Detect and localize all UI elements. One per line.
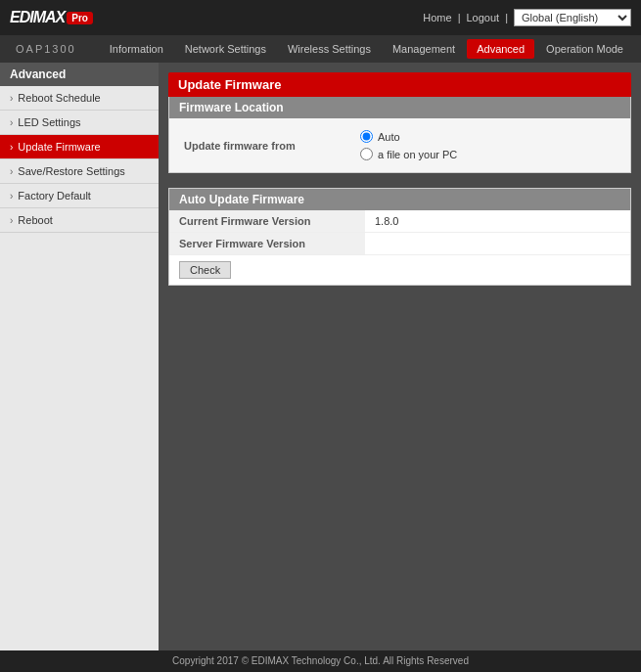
firmware-from-label: Update firmware from <box>184 140 341 152</box>
header-right: Home | Logout | Global (English) <box>423 9 631 26</box>
firmware-location-row: Update firmware from Auto a file on your… <box>184 130 616 160</box>
sidebar-label: Save/Restore Settings <box>18 165 124 177</box>
firmware-location-panel-body: Update firmware from Auto a file on your… <box>169 118 630 172</box>
page-wrapper: EDIMAX Pro Home | Logout | Global (Engli… <box>0 0 641 672</box>
logout-link[interactable]: Logout <box>466 12 499 23</box>
sidebar-item-reboot-schedule[interactable]: › Reboot Schedule <box>0 86 159 111</box>
current-version-label: Current Firmware Version <box>169 210 365 233</box>
radio-pc[interactable] <box>360 148 373 160</box>
table-row: Server Firmware Version <box>169 233 630 255</box>
page-title: Update Firmware <box>168 72 631 97</box>
auto-update-panel-header: Auto Update Firmware <box>169 189 630 210</box>
nav-information[interactable]: Information <box>100 39 173 59</box>
nav-operation-mode[interactable]: Operation Mode <box>536 39 633 59</box>
server-version-label: Server Firmware Version <box>169 233 365 255</box>
main-container: Advanced › Reboot Schedule › LED Setting… <box>0 63 641 650</box>
radio-auto-option[interactable]: Auto <box>360 130 457 143</box>
logo: EDIMAX Pro <box>10 9 93 26</box>
firmware-location-panel-header: Firmware Location <box>169 97 630 118</box>
firmware-location-section: Firmware Location Update firmware from A… <box>168 97 631 173</box>
auto-update-section: Auto Update Firmware Current Firmware Ve… <box>168 188 631 286</box>
radio-pc-label: a file on your PC <box>378 149 457 160</box>
sidebar-item-reboot[interactable]: › Reboot <box>0 208 159 233</box>
arrow-icon: › <box>10 93 13 104</box>
table-row: Current Firmware Version 1.8.0 <box>169 210 630 233</box>
sidebar-item-update-firmware[interactable]: › Update Firmware <box>0 135 159 159</box>
device-name: OAP1300 <box>16 43 76 55</box>
logo-text: EDIMAX <box>10 9 65 26</box>
sidebar-label: Reboot <box>18 214 52 226</box>
sidebar-item-led-settings[interactable]: › LED Settings <box>0 111 159 135</box>
check-button-row: Check <box>169 255 630 285</box>
arrow-icon: › <box>10 117 13 128</box>
language-select[interactable]: Global (English) <box>514 9 631 26</box>
nav-management[interactable]: Management <box>383 39 465 59</box>
current-version-value: 1.8.0 <box>365 210 630 233</box>
sidebar-label: LED Settings <box>18 116 80 128</box>
sidebar-item-save-restore[interactable]: › Save/Restore Settings <box>0 159 159 184</box>
nav-bar: OAP1300 Information Network Settings Wir… <box>0 35 641 63</box>
radio-pc-option[interactable]: a file on your PC <box>360 148 457 160</box>
nav-advanced[interactable]: Advanced <box>467 39 534 59</box>
nav-network-settings[interactable]: Network Settings <box>175 39 276 59</box>
logo-badge: Pro <box>67 12 93 24</box>
sidebar-label: Update Firmware <box>18 141 100 153</box>
check-button[interactable]: Check <box>179 261 231 279</box>
firmware-info-table: Current Firmware Version 1.8.0 Server Fi… <box>169 210 630 255</box>
arrow-icon: › <box>10 191 13 202</box>
sidebar-label: Reboot Schedule <box>18 92 100 104</box>
nav-wireless-settings[interactable]: Wireless Settings <box>278 39 381 59</box>
header: EDIMAX Pro Home | Logout | Global (Engli… <box>0 0 641 35</box>
server-version-value <box>365 233 630 255</box>
sidebar-title: Advanced <box>0 63 159 86</box>
arrow-icon: › <box>10 142 13 153</box>
footer-text: Copyright 2017 © EDIMAX Technology Co., … <box>172 655 469 666</box>
home-link[interactable]: Home <box>423 12 451 23</box>
sidebar-label: Factory Default <box>18 190 91 202</box>
radio-auto[interactable] <box>360 130 373 143</box>
radio-auto-label: Auto <box>378 131 400 143</box>
radio-options: Auto a file on your PC <box>360 130 457 160</box>
arrow-icon: › <box>10 215 13 226</box>
sidebar: Advanced › Reboot Schedule › LED Setting… <box>0 63 159 650</box>
arrow-icon: › <box>10 166 13 177</box>
content-area: Update Firmware Firmware Location Update… <box>159 63 641 650</box>
sidebar-item-factory-default[interactable]: › Factory Default <box>0 184 159 208</box>
footer: Copyright 2017 © EDIMAX Technology Co., … <box>0 650 641 672</box>
